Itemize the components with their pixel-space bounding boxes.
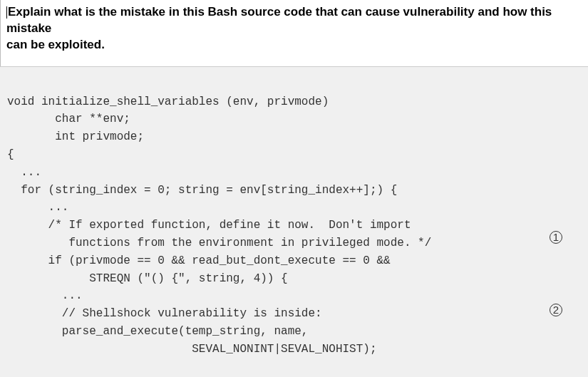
code-line: ...	[7, 166, 41, 179]
code-line: parse_and_execute(temp_string, name,	[7, 325, 308, 338]
code-line: // Shellshock vulnerability is inside:	[7, 307, 322, 320]
code-line: ...	[7, 289, 83, 302]
code-line: {	[7, 148, 14, 161]
code-line: char **env;	[7, 113, 130, 125]
question-line-2: can be exploited.	[6, 38, 105, 51]
code-line: int privmode;	[7, 130, 144, 143]
question-line-1: Explain what is the mistake in this Bash…	[6, 5, 552, 35]
code-line: SEVAL_NONINT|SEVAL_NOHIST);	[7, 343, 376, 356]
code-line: ...	[7, 201, 68, 214]
annotation-marker-1: 1	[550, 231, 562, 244]
text-cursor	[6, 6, 7, 19]
code-line: if (privmode == 0 && read_but_dont_execu…	[7, 254, 391, 267]
code-line: for (string_index = 0; string = env[stri…	[7, 184, 397, 197]
code-line: /* If exported function, define it now. …	[7, 219, 411, 232]
code-line: functions from the environment in privil…	[7, 237, 431, 249]
code-block: void initialize_shell_variables (env, pr…	[0, 66, 588, 377]
code-line: STREQN ("() {", string, 4)) {	[7, 272, 288, 285]
code-line: void initialize_shell_variables (env, pr…	[7, 95, 329, 108]
question-text: Explain what is the mistake in this Bash…	[0, 0, 588, 66]
annotation-marker-2: 2	[550, 304, 562, 316]
